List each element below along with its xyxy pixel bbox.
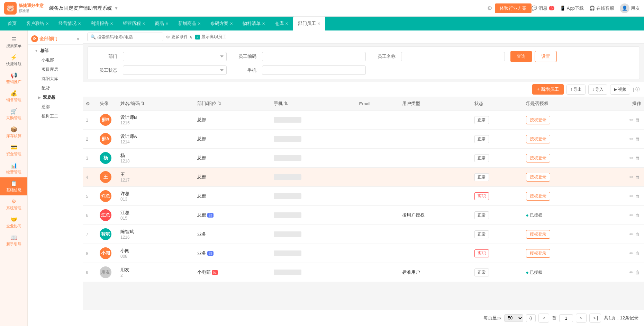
add-employee-button[interactable]: + 新增员工 (532, 84, 564, 95)
refresh-icon[interactable]: ⟳ (31, 35, 38, 42)
first-page-btn[interactable]: ⟨⟨ (526, 314, 536, 322)
set-button[interactable]: 设置 (535, 51, 557, 62)
sidebar-item-marketing[interactable]: 📢 营销推广 (0, 69, 27, 87)
emp-code-input[interactable] (262, 52, 366, 61)
delete-icon[interactable]: 🗑 (635, 270, 640, 275)
sidebar-item-finance[interactable]: 💳 资金管理 (0, 141, 27, 159)
export-button[interactable]: ↑ 导出 (566, 85, 586, 95)
dept-select[interactable] (123, 52, 227, 61)
dept-item-zhishu[interactable]: 植树王二 (31, 112, 83, 121)
per-page-select[interactable]: 50 100 200 (504, 314, 523, 322)
dept-item-zongbu[interactable]: 总部 (31, 102, 83, 112)
edit-icon[interactable]: ✏ (629, 174, 634, 180)
message-item[interactable]: 💬 消息 5 (532, 5, 554, 11)
dept-item-shenyang[interactable]: 沈阳大库 (31, 74, 83, 83)
dept-group-head[interactable]: ▼ 总部 (31, 46, 83, 55)
tab-warehouse[interactable]: 仓库 ✕ (270, 17, 293, 30)
close-icon[interactable]: ✕ (262, 21, 265, 26)
collapse-btn[interactable]: « (76, 36, 79, 42)
tab-customer[interactable]: 客户联络 ✕ (21, 17, 54, 30)
delete-icon[interactable]: 🗑 (635, 136, 640, 142)
settings-icon[interactable]: ⚙ (86, 101, 90, 106)
tab-add-goods[interactable]: 新增商品 ✕ (173, 17, 206, 30)
delete-icon[interactable]: 🗑 (635, 117, 640, 123)
sidebar-item-sales[interactable]: 💰 销售管理 (0, 87, 27, 105)
emp-status-select[interactable] (123, 65, 227, 75)
sidebar-item-system[interactable]: ⚙ 系统管理 (0, 195, 27, 213)
tab-operation[interactable]: 经营情况 ✕ (54, 17, 86, 30)
close-icon[interactable]: ✕ (317, 21, 320, 26)
close-icon[interactable]: ✕ (230, 21, 233, 26)
app-download-item[interactable]: 📱 App下载 (560, 5, 584, 11)
sidebar-item-basic-info[interactable]: 📋 基础信息 (0, 177, 27, 195)
tab-bom[interactable]: 物料清单 ✕ (238, 17, 270, 30)
close-icon[interactable]: ✕ (285, 21, 288, 26)
help-icon[interactable]: | ⓘ (633, 86, 640, 92)
sidebar-item-guide[interactable]: 📖 新手引导 (0, 231, 27, 249)
online-service-item[interactable]: 🎧 在线客服 (589, 5, 614, 11)
auth-button[interactable]: 授权登录 (526, 154, 550, 162)
user-item[interactable]: 👤 用友 (620, 3, 640, 13)
sidebar-item-manage[interactable]: 📊 经营管理 (0, 159, 27, 177)
delete-icon[interactable]: 🗑 (635, 212, 640, 218)
import-button[interactable]: ↓ 导入 (588, 85, 607, 95)
auth-button[interactable]: 授权登录 (526, 192, 550, 201)
dept-group-shuanglu[interactable]: ▶ 双鹿想 (31, 93, 83, 102)
sidebar-item-search[interactable]: ☰ 搜索菜单 (0, 33, 27, 51)
sidebar-item-collab[interactable]: 🤝 企业协同 (0, 213, 27, 231)
gear-icon[interactable]: ⚙ (487, 5, 492, 11)
delete-icon[interactable]: 🗑 (635, 155, 640, 161)
prev-page-btn[interactable]: ＜ (538, 314, 549, 323)
sidebar-item-shortcut[interactable]: ⚡ 快捷导航 (0, 51, 27, 69)
delete-icon[interactable]: 🗑 (635, 250, 640, 256)
query-button[interactable]: 查询 (510, 51, 532, 62)
auth-button[interactable]: 授权登录 (526, 116, 550, 124)
close-icon[interactable]: ✕ (110, 21, 113, 26)
th-dept[interactable]: 部门/职位 ⇅ (194, 97, 271, 111)
view-button[interactable]: ▶ 视频 (610, 85, 630, 95)
edit-icon[interactable]: ✏ (629, 155, 634, 161)
delete-icon[interactable]: 🗑 (635, 174, 640, 180)
delete-icon[interactable]: 🗑 (635, 231, 640, 237)
tab-barcode[interactable]: 条码方案 ✕ (206, 17, 238, 30)
dropdown-arrow-icon[interactable]: ▼ (114, 6, 118, 11)
trial-button[interactable]: 体验行业方案 (495, 3, 532, 13)
dept-item-project[interactable]: 项目库房 (31, 65, 83, 74)
tab-dept-employee[interactable]: 部门员工 ✕ (293, 17, 325, 30)
sidebar-item-purchase[interactable]: 🛒 采购管理 (0, 105, 27, 123)
edit-icon[interactable]: ✏ (629, 193, 634, 199)
edit-icon[interactable]: ✏ (629, 136, 634, 142)
edit-icon[interactable]: ✏ (629, 250, 634, 256)
next-page-btn[interactable]: ＞ (576, 314, 587, 323)
tab-profit[interactable]: 利润报告 ✕ (86, 17, 118, 30)
dept-item-peihuo[interactable]: 配货 (31, 83, 83, 93)
auth-button[interactable]: 授权登录 (526, 135, 550, 143)
search-input[interactable] (97, 35, 160, 39)
auth-button[interactable]: 授权登录 (526, 230, 550, 239)
show-resigned-checkbox[interactable]: ✓ 显示离职员工 (195, 34, 226, 40)
emp-name-input[interactable] (401, 52, 505, 61)
phone-input[interactable] (262, 65, 366, 75)
tab-home[interactable]: 首页 (3, 17, 21, 30)
tab-history[interactable]: 经营历程 ✕ (118, 17, 150, 30)
close-icon[interactable]: ✕ (78, 21, 81, 26)
close-icon[interactable]: ✕ (142, 21, 145, 26)
auth-button[interactable]: 授权登录 (526, 173, 550, 182)
edit-icon[interactable]: ✏ (629, 231, 634, 237)
last-page-btn[interactable]: ＞| (589, 314, 601, 323)
th-name[interactable]: 姓名/编码 ⇅ (118, 97, 194, 111)
more-filter-btn[interactable]: ⚙ 更多条件 ∧ (166, 34, 192, 40)
sidebar-item-inventory[interactable]: 📦 库存核算 (0, 123, 27, 141)
close-icon[interactable]: ✕ (165, 21, 169, 26)
page-number-input[interactable] (559, 314, 573, 322)
th-phone[interactable]: 手机 ⇅ (271, 97, 356, 111)
edit-icon[interactable]: ✏ (629, 212, 634, 218)
dept-item-xiaodian[interactable]: 小电部 (31, 55, 83, 65)
close-icon[interactable]: ✕ (198, 21, 201, 26)
delete-icon[interactable]: 🗑 (635, 193, 640, 199)
tab-goods[interactable]: 商品 ✕ (150, 17, 173, 30)
close-icon[interactable]: ✕ (46, 21, 49, 26)
edit-icon[interactable]: ✏ (629, 117, 634, 123)
auth-button[interactable]: 授权登录 (526, 249, 550, 258)
edit-icon[interactable]: ✏ (629, 270, 634, 275)
